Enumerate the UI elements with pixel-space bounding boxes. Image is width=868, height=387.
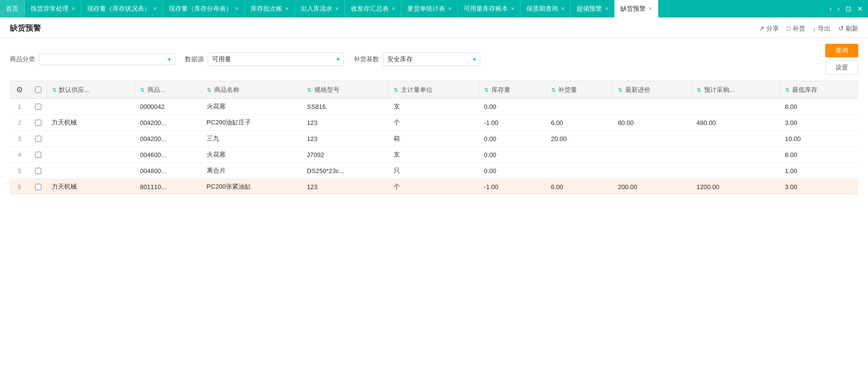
category-select[interactable]: ▾ xyxy=(39,53,175,65)
row-checkbox[interactable] xyxy=(35,120,41,126)
tab-overstock-close[interactable]: × xyxy=(605,5,608,12)
row-supplier xyxy=(47,131,135,147)
tab-inventory-status[interactable]: 现存量（库存状况表） × xyxy=(81,0,163,18)
row-checkbox[interactable] xyxy=(35,184,41,190)
tab-shortage[interactable]: 缺货预警 × xyxy=(615,0,658,18)
row-index: 5 xyxy=(10,163,29,179)
tab-next-button[interactable]: › xyxy=(834,3,843,15)
tab-order-stats-label: 要货单统计表 xyxy=(407,4,445,13)
tab-inout-flow-close[interactable]: × xyxy=(335,5,339,12)
tab-abnormal-close[interactable]: × xyxy=(72,5,75,12)
tab-expiry-query[interactable]: 保质期查询 × xyxy=(521,0,571,18)
table-row: 2 力天机械 004200... PC200油缸庄子 123 个 -1.00 6… xyxy=(10,115,858,131)
tab-inventory-dist[interactable]: 现存量（库存分布表） × xyxy=(163,0,245,18)
col-header-estimated-purchase[interactable]: ⇅ 预计采购... xyxy=(692,81,780,99)
col-supplier-label: 默认供应... xyxy=(59,86,90,93)
tab-inout-flow[interactable]: 出入库流水 × xyxy=(295,0,345,18)
row-latest-price: 200.00 xyxy=(613,179,692,195)
tab-shortage-close[interactable]: × xyxy=(649,5,652,12)
row-unit: 支 xyxy=(389,99,479,115)
tab-receive-summary-close[interactable]: × xyxy=(392,5,395,12)
row-checkbox[interactable] xyxy=(35,104,41,110)
tab-batch-account[interactable]: 库存批次账 × xyxy=(245,0,295,18)
export-label: 导出 xyxy=(818,24,831,33)
tab-prev-button[interactable]: ‹ xyxy=(827,3,835,15)
row-stock: 0.00 xyxy=(479,99,546,115)
replenish-basis-select[interactable]: 安全库存 ▾ xyxy=(383,53,480,66)
col-header-spec[interactable]: ⇅ 规格型号 xyxy=(302,81,389,99)
tab-inventory-dist-label: 现存量（库存分布表） xyxy=(169,4,232,13)
table-row: 3 004200... 三九 123 箱 0.00 20.00 10.00 xyxy=(10,131,858,147)
row-latest-price xyxy=(613,163,692,179)
share-icon: ↗ xyxy=(759,25,764,32)
row-index: 2 xyxy=(10,115,29,131)
row-estimated-purchase xyxy=(692,147,780,163)
tab-order-stats[interactable]: 要货单统计表 × xyxy=(401,0,458,18)
replenish-basis-label: 补货基数 xyxy=(354,55,379,64)
tab-restore-button[interactable]: ⊡ xyxy=(843,3,854,15)
col-header-min-stock[interactable]: ⇅ 最低库存 xyxy=(780,81,858,99)
refresh-button[interactable]: ↺ 刷新 xyxy=(838,24,858,33)
row-checkbox[interactable] xyxy=(35,168,41,174)
col-header-replenish-qty[interactable]: ⇅ 补货量 xyxy=(546,81,613,99)
row-replenish-qty xyxy=(546,163,613,179)
col-header-unit[interactable]: ⇅ 主计量单位 xyxy=(389,81,479,99)
tab-available-ledger[interactable]: 可用量库存账本 × xyxy=(458,0,521,18)
row-checkbox[interactable] xyxy=(35,136,41,142)
row-index: 3 xyxy=(10,131,29,147)
table-row: 1 0000042 火花塞 SS816 支 0.00 8.00 xyxy=(10,99,858,115)
export-button[interactable]: ↓ 导出 xyxy=(813,24,831,33)
tab-receive-summary[interactable]: 收发存汇总表 × xyxy=(345,0,401,18)
col-header-product-code[interactable]: ⇅ 商品... xyxy=(135,81,202,99)
row-product-code: 004200... xyxy=(135,131,202,147)
data-table: ⚙ ⇅ 默认供应... ⇅ 商品... xyxy=(10,81,858,195)
row-index: 6 xyxy=(10,179,29,195)
tab-home[interactable]: 首页 xyxy=(0,0,25,18)
tab-available-ledger-close[interactable]: × xyxy=(511,5,514,12)
query-button[interactable]: 查询 xyxy=(825,44,858,57)
row-unit: 只 xyxy=(389,163,479,179)
replenish-button[interactable]: □ 补货 xyxy=(787,24,805,33)
row-checkbox[interactable] xyxy=(35,152,41,158)
settings-button[interactable]: 设置 xyxy=(825,60,858,75)
row-replenish-qty: 20.00 xyxy=(546,131,613,147)
col-header-settings[interactable]: ⚙ xyxy=(10,81,29,99)
tab-inventory-dist-close[interactable]: × xyxy=(235,5,238,12)
datasource-chevron-icon: ▾ xyxy=(337,56,340,63)
tab-expiry-query-close[interactable]: × xyxy=(561,5,564,12)
tab-abnormal-label: 拣货异常处理 xyxy=(31,4,69,13)
share-button[interactable]: ↗ 分享 xyxy=(759,24,779,33)
tab-overstock[interactable]: 超储预警 × xyxy=(571,0,615,18)
row-checkbox-cell xyxy=(29,179,47,195)
tab-close-all-button[interactable]: ✕ xyxy=(854,3,866,15)
tab-abnormal[interactable]: 拣货异常处理 × xyxy=(25,0,81,18)
row-unit: 个 xyxy=(389,115,479,131)
row-unit: 个 xyxy=(389,179,479,195)
row-checkbox-cell xyxy=(29,147,47,163)
tab-order-stats-close[interactable]: × xyxy=(448,5,452,12)
header-actions: ↗ 分享 □ 补货 ↓ 导出 ↺ 刷新 xyxy=(759,24,858,33)
datasource-select[interactable]: 可用量 ▾ xyxy=(208,53,344,66)
row-spec: 123 xyxy=(302,179,389,195)
col-header-latest-price[interactable]: ⇅ 最新进价 xyxy=(613,81,692,99)
row-estimated-purchase: 480.00 xyxy=(692,115,780,131)
table-gear-icon[interactable]: ⚙ xyxy=(16,85,23,94)
row-min-stock: 8.00 xyxy=(780,147,858,163)
row-checkbox-cell xyxy=(29,99,47,115)
row-supplier xyxy=(47,147,135,163)
col-header-supplier[interactable]: ⇅ 默认供应... xyxy=(47,81,135,99)
col-latest-price-label: 最新进价 xyxy=(625,86,651,93)
col-header-stock[interactable]: ⇅ 库存量 xyxy=(479,81,546,99)
row-product-code: 801110... xyxy=(135,179,202,195)
tab-available-ledger-label: 可用量库存账本 xyxy=(464,4,508,13)
col-header-product-name[interactable]: ⇅ 商品名称 xyxy=(202,81,302,99)
tab-inventory-status-close[interactable]: × xyxy=(153,5,157,12)
select-all-checkbox[interactable] xyxy=(35,87,41,93)
product-code-sort-icon: ⇅ xyxy=(140,87,145,93)
row-checkbox-cell xyxy=(29,163,47,179)
unit-sort-icon: ⇅ xyxy=(394,87,398,93)
tab-batch-account-close[interactable]: × xyxy=(285,5,289,12)
row-min-stock: 3.00 xyxy=(780,179,858,195)
estimated-purchase-sort-icon: ⇅ xyxy=(697,87,701,93)
row-latest-price xyxy=(613,131,692,147)
